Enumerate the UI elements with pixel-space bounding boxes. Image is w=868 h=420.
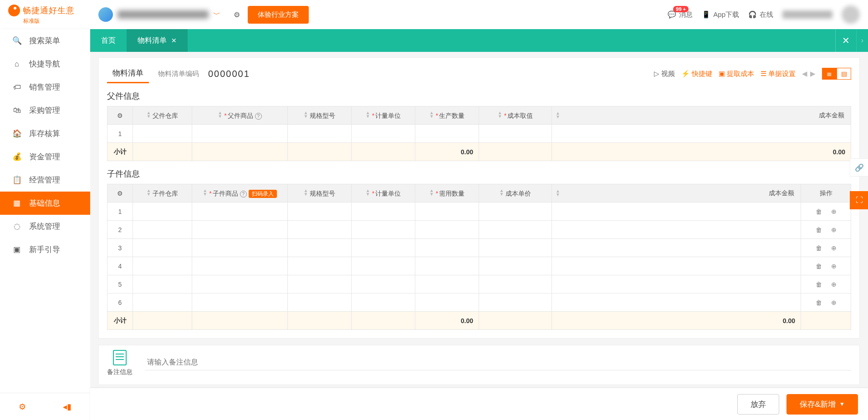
col-child-unit-cost[interactable]: ▲▼成本单价 <box>479 184 552 202</box>
cell-parent-spec[interactable] <box>288 125 352 143</box>
app-download-link[interactable]: 📱 App下载 <box>702 10 739 19</box>
doc-setting-link[interactable]: ☰ 单据设置 <box>761 70 796 78</box>
sidebar-item-system[interactable]: ◌ 系统管理 <box>0 215 90 238</box>
cell-child-unit-cost[interactable] <box>479 239 552 257</box>
cell-child-spec[interactable] <box>288 239 352 257</box>
cell-child-spec[interactable] <box>288 275 352 293</box>
cell-child-cost-amt[interactable] <box>552 239 801 257</box>
pick-cost-link[interactable]: ▣ 提取成本 <box>719 70 754 78</box>
col-child-qty[interactable]: ▲▼*需用数量 <box>415 184 479 202</box>
cell-child-qty[interactable] <box>415 257 479 275</box>
cell-child-unit[interactable] <box>352 202 415 221</box>
config-header[interactable]: ⚙ <box>107 184 133 202</box>
cell-child-unit-cost[interactable] <box>479 257 552 275</box>
cell-child-unit-cost[interactable] <box>479 221 552 239</box>
cell-child-cost-amt[interactable] <box>552 257 801 275</box>
cell-child-warehouse[interactable] <box>133 275 192 293</box>
col-child-unit[interactable]: ▲▼*计量单位 <box>352 184 415 202</box>
cell-child-unit[interactable] <box>352 293 415 312</box>
sidebar-collapse-button[interactable]: ◂▮ <box>63 402 71 412</box>
cell-parent-cost-amt[interactable] <box>552 125 851 143</box>
cell-child-unit[interactable] <box>352 275 415 293</box>
tab-bom[interactable]: 物料清单 ✕ <box>127 29 188 52</box>
col-parent-spec[interactable]: ▲▼规格型号 <box>288 106 352 125</box>
sidebar-item-quick-nav[interactable]: ⌂ 快捷导航 <box>0 52 90 76</box>
cell-child-qty[interactable] <box>415 275 479 293</box>
cell-child-spec[interactable] <box>288 221 352 239</box>
child-row[interactable]: 6🗑⊕ <box>107 293 851 312</box>
help-icon[interactable]: ? <box>255 113 262 120</box>
cell-child-cost-amt[interactable] <box>552 275 801 293</box>
col-parent-qty[interactable]: ▲▼*生产数量 <box>415 106 479 125</box>
col-parent-product[interactable]: ▲▼*父件商品? <box>192 106 288 125</box>
sidebar-item-guide[interactable]: ▣ 新手引导 <box>0 238 90 261</box>
child-row[interactable]: 4🗑⊕ <box>107 257 851 275</box>
card-view-button[interactable]: ▤ <box>837 68 851 80</box>
col-child-warehouse[interactable]: ▲▼子件仓库 <box>133 184 192 202</box>
sidebar-item-fund[interactable]: 💰 资金管理 <box>0 145 90 168</box>
cell-child-qty[interactable] <box>415 239 479 257</box>
config-header[interactable]: ⚙ <box>107 106 133 125</box>
cell-child-product[interactable] <box>192 293 288 312</box>
messages-link[interactable]: 💬 消息 99 + <box>668 10 693 19</box>
save-and-new-button[interactable]: 保存&新增 ▼ <box>786 394 858 415</box>
cell-child-product[interactable] <box>192 275 288 293</box>
bom-title-tab[interactable]: 物料清单 <box>107 64 149 83</box>
cell-child-warehouse[interactable] <box>133 293 192 312</box>
cell-child-cost-amt[interactable] <box>552 221 801 239</box>
close-icon[interactable]: ✕ <box>171 37 177 44</box>
cell-child-product[interactable] <box>192 239 288 257</box>
scan-input-button[interactable]: 扫码录入 <box>249 190 277 198</box>
online-support-link[interactable]: 🎧 在线 <box>748 10 773 19</box>
cell-child-product[interactable] <box>192 221 288 239</box>
cell-child-qty[interactable] <box>415 293 479 312</box>
col-parent-cost-amt[interactable]: ▲▼成本金额 <box>552 106 851 125</box>
cell-parent-product[interactable] <box>192 125 288 143</box>
add-row-button[interactable]: ⊕ <box>829 244 839 252</box>
child-row[interactable]: 1🗑⊕ <box>107 202 851 221</box>
col-child-product[interactable]: ▲▼*子件商品?扫码录入 <box>192 184 288 202</box>
org-selector[interactable]: ﹀ <box>93 5 226 25</box>
cell-child-unit-cost[interactable] <box>479 275 552 293</box>
col-child-spec[interactable]: ▲▼规格型号 <box>288 184 352 202</box>
cell-child-spec[interactable] <box>288 293 352 312</box>
user-avatar[interactable] <box>842 5 860 24</box>
cell-child-cost-amt[interactable] <box>552 202 801 221</box>
cell-child-warehouse[interactable] <box>133 202 192 221</box>
child-row[interactable]: 3🗑⊕ <box>107 239 851 257</box>
delete-row-button[interactable]: 🗑 <box>813 263 824 270</box>
delete-row-button[interactable]: 🗑 <box>813 208 824 215</box>
fullscreen-edge-tab[interactable]: ⛶ <box>850 191 868 209</box>
cell-child-unit[interactable] <box>352 239 415 257</box>
cell-child-cost-amt[interactable] <box>552 293 801 312</box>
remark-input[interactable] <box>145 350 851 370</box>
cell-child-spec[interactable] <box>288 257 352 275</box>
attachment-edge-tab[interactable]: 🔗 <box>850 158 868 177</box>
settings-button[interactable]: ⚙ <box>229 6 245 23</box>
cell-child-warehouse[interactable] <box>133 221 192 239</box>
cell-parent-cost-mode[interactable] <box>479 125 552 143</box>
tabs-close-all-button[interactable]: ✕ <box>835 29 856 52</box>
sidebar-item-stock[interactable]: 🏠 库存核算 <box>0 122 90 145</box>
video-link[interactable]: ▷ 视频 <box>654 70 675 78</box>
tabs-scroll-button[interactable]: › <box>856 29 868 52</box>
cell-parent-warehouse[interactable] <box>133 125 192 143</box>
cell-parent-qty[interactable] <box>415 125 479 143</box>
add-row-button[interactable]: ⊕ <box>829 299 839 306</box>
col-child-cost-amt[interactable]: ▲▼成本金额 <box>552 184 801 202</box>
sidebar-item-sales[interactable]: 🏷 销售管理 <box>0 76 90 99</box>
experience-plan-button[interactable]: 体验行业方案 <box>248 6 309 24</box>
cell-child-unit-cost[interactable] <box>479 202 552 221</box>
child-row[interactable]: 2🗑⊕ <box>107 221 851 239</box>
delete-row-button[interactable]: 🗑 <box>813 281 824 288</box>
cell-child-warehouse[interactable] <box>133 257 192 275</box>
sidebar-item-search[interactable]: 🔍 搜索菜单 <box>0 29 90 52</box>
list-view-button[interactable]: ≣ <box>822 68 837 80</box>
cell-child-qty[interactable] <box>415 221 479 239</box>
add-row-button[interactable]: ⊕ <box>829 281 839 288</box>
shortcut-link[interactable]: ⚡ 快捷键 <box>681 70 712 78</box>
col-parent-warehouse[interactable]: ▲▼父件仓库 <box>133 106 192 125</box>
cell-child-product[interactable] <box>192 202 288 221</box>
sidebar-settings-button[interactable]: ⚙ <box>19 402 26 412</box>
cell-child-spec[interactable] <box>288 202 352 221</box>
